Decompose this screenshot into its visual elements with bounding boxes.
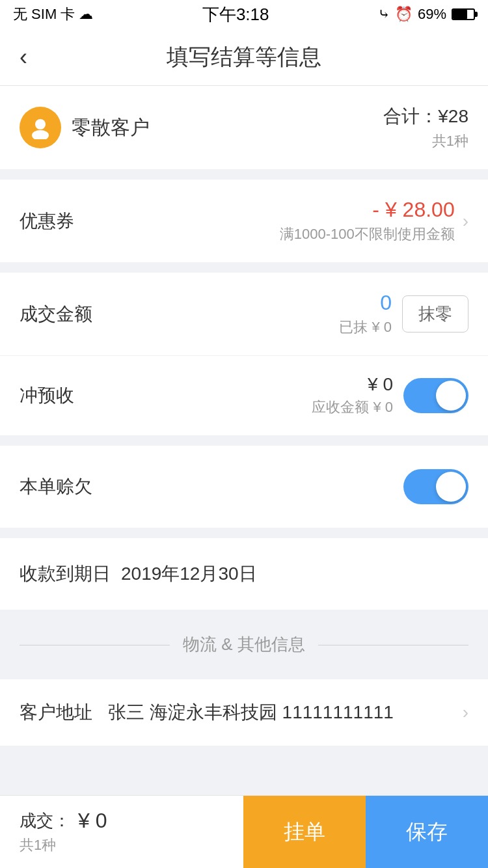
deal-right: 0 已抹 ¥ 0 抹零 (339, 291, 468, 337)
address-chevron-icon: › (463, 702, 468, 723)
customer-name: 零散客户 (72, 115, 150, 141)
bottom-deal-amount: ¥ 0 (78, 809, 107, 833)
address-value: 张三 海淀永丰科技园 11111111111 (108, 700, 463, 725)
debt-section: 本单赊欠 (0, 446, 488, 528)
deal-label: 成交金额 (20, 302, 92, 327)
svg-point-1 (32, 130, 49, 139)
address-section[interactable]: 客户地址 张三 海淀永丰科技园 11111111111 › (0, 679, 488, 746)
bottom-deal-row: 成交： ¥ 0 (20, 809, 224, 833)
toggle-knob (436, 381, 466, 411)
location-icon: ⤷ (378, 6, 390, 23)
battery-icon (452, 8, 475, 20)
total-amount: 合计：¥28 (383, 104, 468, 129)
main-content: 零散客户 合计：¥28 共1种 优惠券 - ¥ 28.00 满1000-100不… (0, 86, 488, 834)
logistics-label: 物流 & 其他信息 (170, 633, 318, 656)
status-bar: 无 SIM 卡 ☁ 下午3:18 ⤷ ⏰ 69% (0, 0, 488, 29)
status-left: 无 SIM 卡 ☁ (13, 5, 93, 24)
status-time: 下午3:18 (202, 3, 269, 26)
coupon-desc: 满1000-100不限制使用金额 (280, 224, 455, 244)
round-zero-button[interactable]: 抹零 (402, 295, 468, 332)
prepayment-row: 冲预收 ¥ 0 应收金额 ¥ 0 (0, 356, 488, 435)
prepayment-value-block: ¥ 0 应收金额 ¥ 0 (312, 374, 393, 417)
total-count: 共1种 (383, 131, 468, 151)
due-date-section: 收款到期日 2019年12月30日 (0, 538, 488, 610)
avatar (20, 107, 61, 148)
deal-value: 0 (339, 291, 392, 315)
prepayment-label: 冲预收 (20, 383, 74, 408)
bottom-count: 共1种 (20, 835, 224, 855)
chevron-right-icon: › (463, 211, 468, 232)
page-title: 填写结算等信息 (167, 42, 321, 72)
coupon-discount: - ¥ 28.00 (280, 198, 455, 222)
prepayment-sub: 应收金额 ¥ 0 (312, 398, 393, 417)
coupon-label: 优惠券 (20, 209, 74, 234)
prepayment-value: ¥ 0 (312, 374, 393, 395)
due-date-value: 2019年12月30日 (121, 562, 257, 586)
debt-label: 本单赊欠 (20, 474, 92, 499)
prepayment-right: ¥ 0 应收金额 ¥ 0 (312, 374, 468, 417)
coupon-right: - ¥ 28.00 满1000-100不限制使用金额 › (280, 198, 468, 244)
logistics-divider: 物流 & 其他信息 (0, 620, 488, 669)
coupon-info: - ¥ 28.00 满1000-100不限制使用金额 (280, 198, 455, 244)
bottom-info: 成交： ¥ 0 共1种 (0, 809, 243, 855)
deal-value-block: 0 已抹 ¥ 0 (339, 291, 392, 337)
debt-toggle-knob (436, 472, 466, 502)
customer-section: 零散客户 合计：¥28 共1种 (0, 86, 488, 169)
deal-sub: 已抹 ¥ 0 (339, 318, 392, 337)
battery-percent: 69% (418, 6, 446, 23)
customer-left: 零散客户 (20, 107, 150, 148)
debt-toggle[interactable] (403, 469, 468, 504)
alarm-icon: ⏰ (395, 6, 413, 23)
save-button[interactable]: 保存 (366, 796, 488, 868)
prepayment-toggle[interactable] (403, 378, 468, 413)
sim-status: 无 SIM 卡 ☁ (13, 5, 93, 24)
status-right: ⤷ ⏰ 69% (378, 6, 475, 23)
nav-bar: ‹ 填写结算等信息 (0, 29, 488, 86)
coupon-section[interactable]: 优惠券 - ¥ 28.00 满1000-100不限制使用金额 › (0, 180, 488, 262)
pending-button[interactable]: 挂单 (243, 796, 366, 868)
due-date-label: 收款到期日 (20, 562, 111, 586)
customer-summary: 合计：¥28 共1种 (383, 104, 468, 151)
back-button[interactable]: ‹ (20, 44, 27, 71)
deal-amount-row: 成交金额 0 已抹 ¥ 0 抹零 (0, 273, 488, 356)
svg-point-0 (35, 119, 46, 129)
address-label: 客户地址 (20, 700, 92, 725)
bottom-deal-label: 成交： (20, 809, 70, 832)
deal-section: 成交金额 0 已抹 ¥ 0 抹零 冲预收 ¥ 0 应收金额 ¥ 0 (0, 273, 488, 435)
bottom-bar: 成交： ¥ 0 共1种 挂单 保存 (0, 795, 488, 868)
